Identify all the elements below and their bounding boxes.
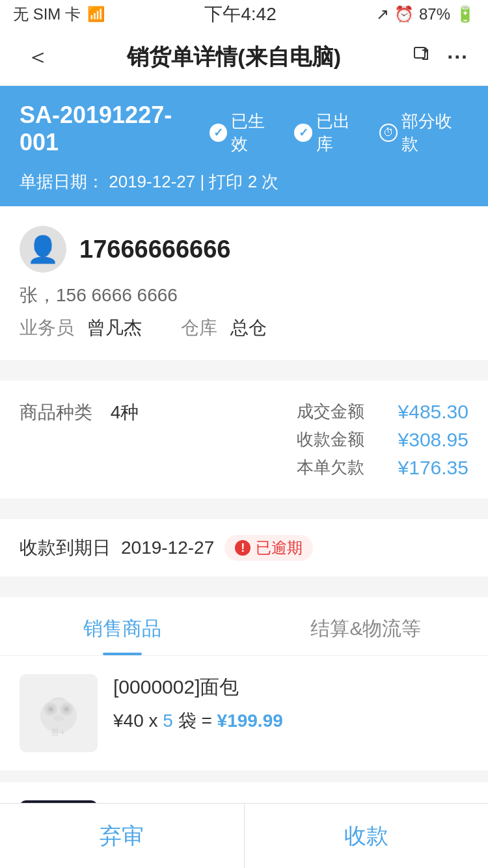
confirm-button[interactable]: 收款 — [245, 804, 489, 868]
alarm-icon: ⏰ — [394, 5, 414, 23]
clock-icon: ⏱ — [379, 124, 398, 142]
svg-rect-0 — [414, 47, 425, 58]
status-right: ↗ ⏰ 87% 🔋 — [376, 5, 475, 23]
status-effective: ✓ 已生效 — [210, 110, 282, 156]
stats-left: 商品种类 4种 — [20, 400, 139, 425]
owl-icon: 兽+ — [33, 687, 85, 739]
product-thumbnail-1: 兽+ — [20, 674, 98, 752]
customer-meta: 业务员 曾凡杰 仓库 总仓 — [20, 316, 468, 340]
stats-row: 商品种类 4种 成交金额 ¥485.30 收款金额 ¥308.95 本单欠款 ¥… — [20, 400, 468, 479]
carrier-text: 无 SIM 卡 — [13, 4, 81, 25]
product-name-1: [0000002]面包 — [113, 674, 468, 701]
order-id: SA-20191227-001 — [20, 102, 210, 156]
wifi-icon: 📶 — [87, 6, 105, 23]
customer-row: 👤 17666666666 — [20, 226, 468, 273]
cancel-button[interactable]: 弃审 — [0, 804, 245, 868]
page-title: 销货单详情(来自电脑) — [127, 42, 341, 72]
due-date: 2019-12-27 — [121, 537, 214, 558]
item-divider — [0, 772, 488, 782]
avatar: 👤 — [20, 226, 66, 273]
bottom-bar: 弃审 收款 — [0, 803, 488, 868]
nav-bar: ＜ 销货单详情(来自电脑) ··· — [0, 29, 488, 86]
nav-actions: ··· — [412, 45, 468, 69]
divider-3 — [0, 587, 488, 597]
status-bar: 无 SIM 卡 📶 下午4:42 ↗ ⏰ 87% 🔋 — [0, 0, 488, 29]
overdue-badge: ! 已逾期 — [224, 535, 313, 561]
due-label: 收款到期日 — [20, 536, 111, 560]
customer-section: 👤 17666666666 张，156 6666 6666 业务员 曾凡杰 仓库… — [0, 206, 488, 360]
check-icon-1: ✓ — [210, 124, 228, 142]
location-icon: ↗ — [376, 5, 389, 23]
category-item: 商品种类 4种 — [20, 400, 139, 425]
stats-section: 商品种类 4种 成交金额 ¥485.30 收款金额 ¥308.95 本单欠款 ¥… — [0, 381, 488, 498]
back-button[interactable]: ＜ — [20, 34, 56, 79]
tab-underline — [103, 653, 142, 655]
received-row: 收款金额 ¥308.95 — [297, 428, 468, 451]
svg-point-6 — [49, 707, 53, 711]
tabs-row: 销售商品 结算&物流等 — [0, 597, 488, 655]
overdue-icon: ! — [235, 540, 251, 556]
due-section: 收款到期日 2019-12-27 ! 已逾期 — [0, 519, 488, 576]
divider-2 — [0, 509, 488, 519]
check-icon-2: ✓ — [294, 124, 312, 142]
tab-sales-products[interactable]: 销售商品 — [0, 597, 244, 655]
salesperson-info: 业务员 曾凡杰 — [20, 316, 142, 340]
status-left: 无 SIM 卡 📶 — [13, 4, 105, 25]
svg-text:兽+: 兽+ — [51, 727, 65, 737]
product-price-1: ¥40 x 5 袋 = ¥199.99 — [113, 709, 468, 733]
status-out: ✓ 已出库 — [294, 110, 366, 156]
battery-text: 87% — [419, 5, 450, 23]
more-icon[interactable]: ··· — [447, 45, 468, 69]
battery-icon: 🔋 — [455, 5, 475, 23]
customer-name-phone: 张，156 6666 6666 — [20, 283, 468, 308]
header-block: SA-20191227-001 ✓ 已生效 ✓ 已出库 ⏱ 部分收款 单据日期：… — [0, 86, 488, 206]
product-info-1: [0000002]面包 ¥40 x 5 袋 = ¥199.99 — [113, 674, 468, 733]
svg-point-7 — [64, 707, 68, 711]
owed-row: 本单欠款 ¥176.35 — [297, 456, 468, 479]
customer-phone: 17666666666 — [79, 236, 230, 264]
deal-amount-row: 成交金额 ¥485.30 — [297, 400, 468, 423]
divider-1 — [0, 370, 488, 381]
share-icon[interactable] — [412, 45, 431, 69]
tabs-section: 销售商品 结算&物流等 — [0, 597, 488, 656]
stats-right: 成交金额 ¥485.30 收款金额 ¥308.95 本单欠款 ¥176.35 — [297, 400, 468, 479]
status-partial: ⏱ 部分收款 — [379, 110, 468, 156]
table-row: 兽+ [0000002]面包 ¥40 x 5 袋 = ¥199.99 — [0, 656, 488, 770]
tab-settlement[interactable]: 结算&物流等 — [244, 597, 488, 655]
warehouse-info: 仓库 总仓 — [181, 316, 267, 340]
svg-point-8 — [53, 715, 64, 722]
status-time: 下午4:42 — [204, 2, 277, 27]
person-icon: 👤 — [27, 234, 59, 265]
order-date-info: 单据日期： 2019-12-27 | 打印 2 次 — [20, 170, 468, 193]
